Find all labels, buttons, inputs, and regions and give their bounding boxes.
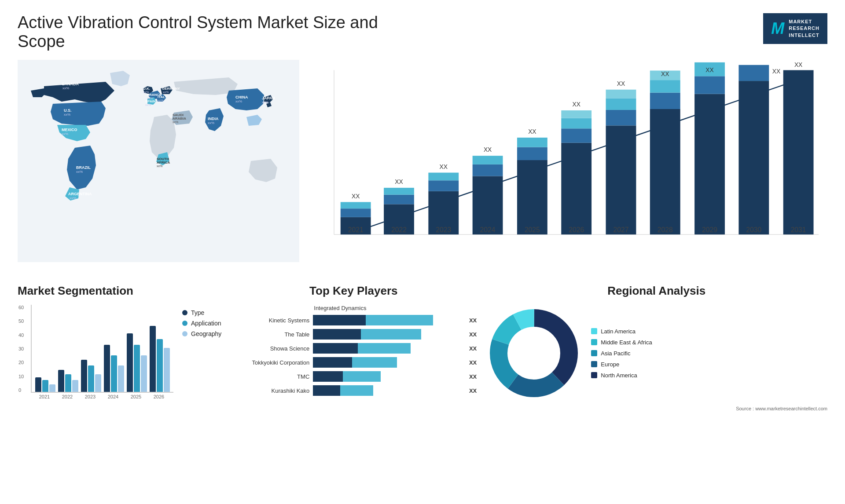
legend-dot-application [182, 321, 187, 326]
player-name-tokkyokiki: Tokkyokiki Corporation [230, 359, 309, 366]
seg-x-2022: 2022 [57, 394, 77, 399]
player-row-kurashiki: Kurashiki Kako XX [230, 385, 477, 396]
player-xx-tmc: XX [469, 373, 477, 380]
svg-rect-59 [650, 109, 680, 234]
player-bar-kurashiki [313, 385, 463, 396]
svg-rect-66 [694, 76, 725, 94]
seg-x-2021: 2021 [34, 394, 55, 399]
seg-y-60: 60 [18, 305, 24, 310]
player-row-showa: Showa Science XX [230, 343, 477, 354]
seg-legend-geography: Geography [182, 330, 221, 337]
svg-rect-38 [473, 164, 503, 176]
svg-text:2031: 2031 [791, 226, 806, 234]
svg-rect-48 [561, 128, 592, 142]
seg-bar-2023-type [81, 360, 87, 392]
world-map: CANADA xx% U.S. xx% MEXICO xx% BRAZIL xx… [18, 60, 299, 262]
svg-text:XX: XX [572, 101, 580, 108]
svg-text:2024: 2024 [480, 226, 496, 234]
seg-x-2026: 2026 [149, 394, 169, 399]
svg-rect-34 [428, 173, 459, 181]
germany-label: GERMANY [162, 87, 180, 91]
svg-text:xx%: xx% [64, 113, 70, 117]
svg-text:2029: 2029 [702, 226, 717, 234]
brazil-label: BRAZIL [76, 165, 91, 170]
mexico-label: MEXICO [62, 128, 77, 132]
player-row-tmc: TMC XX [230, 371, 477, 382]
seg-bar-2022-geo [72, 380, 78, 392]
svg-text:2025: 2025 [525, 226, 540, 234]
svg-text:XX: XX [484, 146, 492, 153]
svg-rect-47 [561, 143, 592, 234]
legend-item-north-america: North America [591, 372, 652, 379]
growth-bar-chart: 2021 XX 2022 XX 2023 XX 2024 XX 2025 [308, 60, 827, 262]
legend-color-europe [591, 361, 597, 367]
seg-x-2024: 2024 [103, 394, 123, 399]
player-bar-tmc [313, 371, 463, 382]
seg-bar-2025-geo [141, 355, 147, 392]
svg-text:xx%: xx% [70, 196, 76, 200]
seg-bar-2021-type [35, 377, 41, 392]
svg-text:2030: 2030 [746, 226, 761, 234]
seg-bar-2026-type [150, 326, 156, 392]
svg-text:XX: XX [395, 179, 403, 185]
svg-rect-42 [517, 160, 547, 234]
seg-x-2023: 2023 [80, 394, 100, 399]
seg-y-30: 30 [18, 346, 24, 351]
seg-bar-2024-geo [118, 365, 124, 392]
svg-rect-49 [561, 118, 592, 129]
svg-text:XX: XX [705, 67, 713, 73]
player-row-tokkyokiki: Tokkyokiki Corporation XX [230, 357, 477, 368]
usa-shape [51, 102, 106, 126]
seg-y-50: 50 [18, 318, 24, 324]
seg-bar-2025-app [134, 345, 140, 392]
integrated-dynamics-note: Integrated Dynamics [230, 305, 477, 311]
player-bar-tokkyokiki [313, 357, 463, 368]
svg-text:XX: XX [772, 68, 780, 75]
svg-text:xx%: xx% [62, 86, 69, 90]
svg-text:2023: 2023 [436, 226, 451, 234]
player-name-kurashiki: Kurashiki Kako [230, 387, 309, 394]
seg-legend-application: Application [182, 320, 221, 327]
italy-label: ITALY [158, 95, 167, 99]
svg-text:xx%: xx% [76, 170, 83, 174]
top-row: CANADA xx% U.S. xx% MEXICO xx% BRAZIL xx… [18, 60, 827, 271]
regional-title: Regional Analysis [485, 284, 827, 298]
svg-text:2027: 2027 [613, 226, 628, 234]
svg-rect-70 [738, 81, 769, 234]
svg-rect-23 [341, 208, 371, 217]
svg-rect-24 [341, 202, 371, 208]
svg-text:2026: 2026 [569, 226, 584, 234]
svg-text:XX: XX [440, 164, 448, 170]
svg-rect-28 [384, 195, 414, 205]
seg-bar-2021-geo [49, 384, 55, 392]
svg-text:xx%: xx% [208, 121, 214, 125]
svg-rect-44 [517, 138, 547, 147]
player-xx-table: XX [469, 331, 477, 338]
player-xx-tokkyokiki: XX [469, 359, 477, 366]
japan-label: JAPAN [262, 96, 275, 100]
key-players-section: Top Key Players Integrated Dynamics Kine… [230, 284, 477, 399]
seg-bar-2026-geo [164, 348, 170, 392]
svg-text:XX: XX [661, 71, 669, 77]
donut-chart [485, 305, 582, 402]
source-text: Source : www.marketresearchintellect.com [485, 406, 827, 411]
svg-text:xx%: xx% [62, 132, 68, 136]
seg-bar-2024-type [104, 345, 110, 392]
svg-rect-37 [473, 176, 503, 234]
svg-text:XX: XX [794, 62, 802, 68]
logo-text: MARKET RESEARCH INTELLECT [789, 18, 819, 39]
legend-color-asia-pacific [591, 350, 597, 356]
svg-text:XX: XX [352, 193, 360, 200]
donut-center [508, 328, 559, 379]
seg-bar-2024-app [111, 355, 117, 392]
svg-text:xx%: xx% [262, 100, 268, 104]
svg-text:xx%: xx% [157, 164, 162, 168]
regional-content: Latin America Middle East & Africa Asia … [485, 305, 827, 402]
player-name-showa: Showa Science [230, 345, 309, 352]
svg-rect-65 [694, 94, 725, 235]
svg-text:2021: 2021 [348, 226, 364, 234]
svg-rect-50 [561, 110, 592, 118]
player-xx-kurashiki: XX [469, 387, 477, 394]
map-section: CANADA xx% U.S. xx% MEXICO xx% BRAZIL xx… [18, 60, 299, 271]
legend-item-middle-east: Middle East & Africa [591, 339, 652, 346]
